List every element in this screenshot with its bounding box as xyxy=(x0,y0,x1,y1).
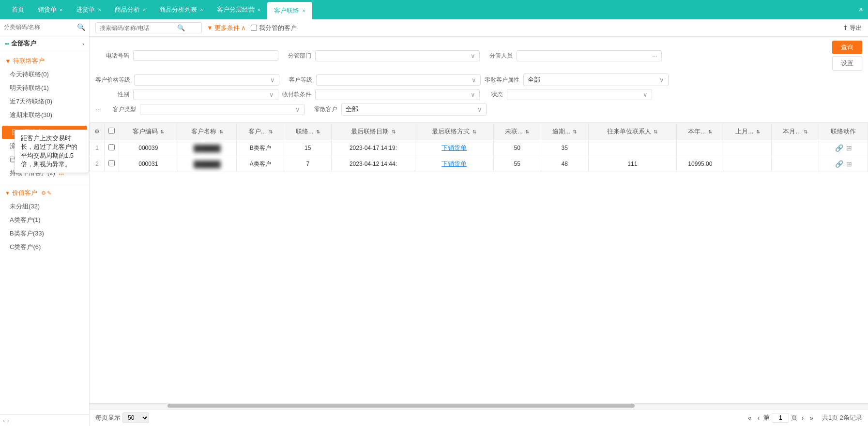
toolbar: 🔍 ▼ 更多条件 ∧ 我分管的客户 ⬆ 导出 xyxy=(90,19,868,37)
row2-grid-icon[interactable]: ⊞ xyxy=(846,160,852,168)
toolbar-search-icon[interactable]: 🔍 xyxy=(177,24,185,31)
sidebar-item-overdue[interactable]: 逾期未联络(30) xyxy=(0,108,89,122)
payment-select[interactable]: ∨ xyxy=(315,89,480,100)
name-sort-icon: ⇅ xyxy=(219,129,223,134)
select-all-checkbox[interactable] xyxy=(108,128,115,134)
my-customer-checkbox-label[interactable]: 我分管的客户 xyxy=(251,24,297,32)
sidebar-item-today[interactable]: 今天待联络(0) xyxy=(0,68,89,81)
sidebar-pending-header[interactable]: ▼ 待联络客户 xyxy=(0,54,89,68)
nav-tab-analysis[interactable]: 商品分析 × xyxy=(108,0,152,19)
th-checkbox[interactable] xyxy=(105,123,119,140)
sidebar-value-header[interactable]: ▼ 价值客户 ⚙ ✎ xyxy=(0,186,89,200)
horizontal-scrollbar[interactable] xyxy=(90,403,868,409)
row1-link-icon[interactable]: 🔗 xyxy=(835,144,843,152)
sidebar-item-7days[interactable]: 近7天待联络(0) xyxy=(0,95,89,108)
sidebar-item-a-class[interactable]: A类客户(1) xyxy=(0,213,89,227)
sidebar-all-customers[interactable]: ▪▪ 全部客户 › xyxy=(0,35,89,52)
th-uncontact[interactable]: 未联... ⇅ xyxy=(493,123,541,140)
next-page-button[interactable]: › xyxy=(799,413,806,423)
sidebar-bottom-arrow-left[interactable]: ‹ xyxy=(3,417,5,424)
th-last-month[interactable]: 上月... ⇅ xyxy=(724,123,771,140)
person-select[interactable]: ··· xyxy=(517,50,662,61)
sidebar-item-tomorrow[interactable]: 明天待联络(1) xyxy=(0,81,89,95)
row2-link-icon[interactable]: 🔗 xyxy=(835,160,843,168)
dept-arrow-icon: ∨ xyxy=(471,52,475,59)
th-overdue[interactable]: 逾期... ⇅ xyxy=(541,123,588,140)
sidebar-item-b-class[interactable]: B类客户(33) xyxy=(0,227,89,240)
row1-last-date: 2023-04-17 14:19: xyxy=(332,140,415,156)
close-purchase-tab[interactable]: × xyxy=(98,7,101,13)
gender-select[interactable]: ∨ xyxy=(133,89,278,100)
close-analysis-tab[interactable]: × xyxy=(143,7,146,13)
per-page-label: 每页显示 xyxy=(95,413,121,422)
per-page-select[interactable]: 50 20 100 xyxy=(122,412,149,423)
status-select[interactable]: ∨ xyxy=(507,89,652,100)
nav-tab-home[interactable]: 首页 xyxy=(5,0,31,19)
close-customer-contact-tab[interactable]: × xyxy=(302,8,305,14)
scrollbar-thumb[interactable] xyxy=(168,404,635,408)
close-sales-tab[interactable]: × xyxy=(60,7,62,13)
row2-last-method[interactable]: 下销货单 xyxy=(415,156,493,172)
sidebar-item-c-class[interactable]: C类客户(6) xyxy=(0,240,89,254)
nav-tab-customer-contact[interactable]: 客户联络 × xyxy=(267,2,312,19)
nav-tab-purchase[interactable]: 进货单 × xyxy=(69,0,107,19)
my-customer-checkbox[interactable] xyxy=(251,25,257,31)
row2-checkbox[interactable] xyxy=(108,160,115,166)
sidebar-bottom-arrow-right[interactable]: › xyxy=(7,417,9,424)
nav-tab-analysis-list[interactable]: 商品分析列表 × xyxy=(152,0,210,19)
close-customer-tier-tab[interactable]: × xyxy=(258,7,260,13)
th-contact-person[interactable]: 往来单位联系人 ⇅ xyxy=(588,123,676,140)
pagination-controls: « ‹ 第 页 › » 共1页 2条记录 xyxy=(746,413,862,423)
filter-area: 电话号码 分管部门 ∨ 分管人员 ··· 查询 设置 客户价 xyxy=(90,37,868,123)
nav-tab-customer-tier[interactable]: 客户分层经营 × xyxy=(210,0,267,19)
th-name[interactable]: 客户名称 ⇅ xyxy=(178,123,237,140)
close-analysis-list-tab[interactable]: × xyxy=(200,7,203,13)
toolbar-search-input[interactable] xyxy=(100,25,177,31)
top-nav: 首页 销货单 × 进货单 × 商品分析 × 商品分析列表 × 客户分层经营 × … xyxy=(0,0,868,19)
overdue-sort-icon: ⇅ xyxy=(573,129,577,134)
pending-arrow-icon: ▼ xyxy=(5,58,11,65)
row2-contact-count: 7 xyxy=(284,156,332,172)
row1-last-method[interactable]: 下销货单 xyxy=(415,140,493,156)
customer-type-select[interactable]: ∨ xyxy=(140,104,305,115)
tooltip-box: 距客户上次交易时长，超过了此客户的平均交易周期的1.5倍，则视为异常。 xyxy=(15,130,89,173)
uncontact-sort-icon: ⇅ xyxy=(525,129,529,134)
th-last-contact-method[interactable]: 最后联络方式 ⇅ xyxy=(415,123,493,140)
prev-page-button[interactable]: ‹ xyxy=(756,413,762,423)
query-button[interactable]: 查询 xyxy=(832,41,862,54)
th-contact-count[interactable]: 联络... ⇅ xyxy=(284,123,332,140)
settings-button[interactable]: 设置 xyxy=(832,56,862,71)
page-number-input[interactable] xyxy=(772,413,789,423)
customer-level-select[interactable]: ∨ xyxy=(316,74,481,86)
first-page-button[interactable]: « xyxy=(746,413,754,423)
dots-icon[interactable]: ··· xyxy=(95,105,101,113)
value-edit-icon[interactable]: ✎ xyxy=(47,190,51,196)
price-level-select[interactable]: ∨ xyxy=(134,74,279,86)
th-this-year[interactable]: 本年... ⇅ xyxy=(676,123,724,140)
sidebar-collapse-icon[interactable]: › xyxy=(82,40,84,47)
th-customer-type[interactable]: 客户... ⇅ xyxy=(237,123,284,140)
th-this-month[interactable]: 本月... ⇅ xyxy=(771,123,819,140)
row2-checkbox-cell xyxy=(105,156,119,172)
th-last-contact-date[interactable]: 最后联络日期 ⇅ xyxy=(332,123,415,140)
th-settings[interactable]: ⚙ xyxy=(90,123,105,140)
phone-input[interactable] xyxy=(133,50,278,61)
sidebar-search-input[interactable] xyxy=(4,24,77,30)
more-conditions-btn[interactable]: ▼ 更多条件 ∧ xyxy=(207,24,246,32)
value-settings-icon[interactable]: ⚙ xyxy=(41,190,46,196)
close-all-tabs[interactable]: × xyxy=(859,5,863,14)
row1-actions: 🔗 ⊞ xyxy=(819,140,868,156)
status-arrow-icon: ∨ xyxy=(643,91,648,98)
sidebar-item-ungroup[interactable]: 未分组(32) xyxy=(0,200,89,213)
row1-grid-icon[interactable]: ⊞ xyxy=(846,144,852,152)
nav-tab-sales[interactable]: 销货单 × xyxy=(31,0,69,19)
row2-code: 000031 xyxy=(119,156,178,172)
export-button[interactable]: ⬆ 导出 xyxy=(843,24,862,32)
last-page-button[interactable]: » xyxy=(807,413,815,423)
retail-customer-select[interactable]: 全部 ∨ xyxy=(341,103,487,116)
row1-action-icons: 🔗 ⊞ xyxy=(822,144,865,152)
dept-select[interactable]: ∨ xyxy=(315,50,480,61)
row1-checkbox[interactable] xyxy=(108,144,115,150)
retail-attr-select[interactable]: 全部 ∨ xyxy=(523,73,669,86)
th-code[interactable]: 客户编码 ⇅ xyxy=(119,123,178,140)
